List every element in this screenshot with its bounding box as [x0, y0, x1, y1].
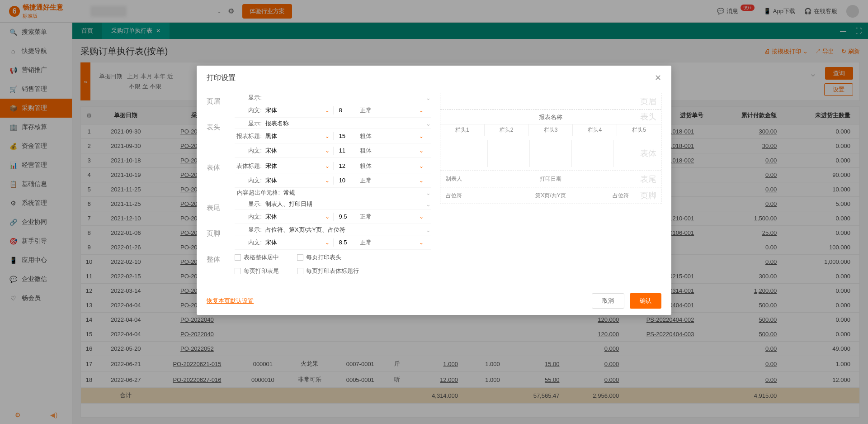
preview-tag-table-header: 表头	[640, 111, 656, 122]
body-font[interactable]: 宋体⌄	[265, 176, 334, 185]
preview-tag-table-body: 表体	[640, 148, 656, 159]
page-footer-font[interactable]: 宋体⌄	[265, 238, 334, 247]
preview-col-header: 栏头1	[440, 124, 485, 136]
preview-col-header: 栏头4	[573, 124, 617, 136]
preview-pager: 第X页/共Y页	[516, 192, 586, 200]
page-header-size[interactable]	[337, 106, 360, 114]
overflow-select[interactable]: 内容超出单元格: 常规⌄	[235, 188, 431, 198]
print-preview: 页眉 报表名称 表头 栏头1栏头2栏头3栏头4栏头5 表体 制表人 打印日期	[440, 93, 661, 279]
body-title-size[interactable]	[337, 162, 360, 170]
preview-col-header: 栏头3	[529, 124, 573, 136]
close-icon[interactable]: ✕	[655, 73, 661, 83]
body-title-weight[interactable]: 粗体⌄	[360, 162, 428, 170]
preview-tag-page-footer: 页脚	[640, 190, 656, 201]
print-settings-modal: 打印设置 ✕ 页眉 显示: ⌄ 内文: 宋体⌄ 正常⌄	[197, 66, 671, 315]
section-table-body: 表体	[207, 159, 226, 198]
preview-placeholder-left: 占位符	[446, 192, 516, 200]
preview-print-date: 打印日期	[516, 175, 586, 183]
table-footer-display[interactable]: 显示: 制表人、打印日期⌄	[235, 199, 431, 210]
table-header-display[interactable]: 显示: 报表名称⌄	[235, 119, 431, 129]
page-header-font[interactable]: 宋体⌄	[265, 106, 334, 114]
page-footer-size[interactable]	[337, 238, 360, 247]
preview-col-header: 栏头2	[485, 124, 529, 136]
table-footer-weight[interactable]: 正常⌄	[360, 213, 428, 221]
section-table-header: 表头	[207, 119, 226, 158]
report-title-font[interactable]: 黑体⌄	[265, 132, 334, 140]
preview-report-name: 报表名称	[440, 113, 661, 121]
page-footer-display[interactable]: 显示: 占位符、第X页/共Y页、占位符⌄	[235, 225, 431, 235]
confirm-button[interactable]: 确认	[630, 293, 661, 309]
page-footer-weight[interactable]: 正常⌄	[360, 238, 428, 247]
report-title-size[interactable]	[337, 132, 360, 140]
checkbox-print-header[interactable]: 每页打印表头	[297, 253, 341, 262]
preview-col-header: 栏头5	[617, 124, 661, 136]
settings-form: 页眉 显示: ⌄ 内文: 宋体⌄ 正常⌄	[207, 93, 431, 279]
body-weight[interactable]: 正常⌄	[360, 176, 428, 185]
section-table-footer: 表尾	[207, 199, 226, 224]
cancel-button[interactable]: 取消	[592, 293, 624, 309]
section-overall: 整体	[207, 251, 226, 278]
table-footer-font[interactable]: 宋体⌄	[265, 213, 334, 221]
table-header-font[interactable]: 宋体⌄	[265, 147, 334, 155]
restore-defaults-link[interactable]: 恢复本页默认设置	[207, 297, 254, 305]
checkbox-print-title-row[interactable]: 每页打印表体标题行	[297, 267, 359, 275]
preview-maker: 制表人	[446, 175, 516, 183]
preview-tag-page-header: 页眉	[640, 96, 656, 107]
report-title-weight[interactable]: 粗体⌄	[360, 132, 428, 140]
section-page-footer: 页脚	[207, 225, 226, 250]
checkbox-center[interactable]: 表格整体居中	[235, 253, 279, 262]
page-header-display[interactable]: 显示: ⌄	[235, 93, 431, 103]
checkbox-print-footer[interactable]: 每页打印表尾	[235, 267, 279, 275]
table-footer-size[interactable]	[337, 212, 360, 221]
section-page-header: 页眉	[207, 93, 226, 118]
table-header-size[interactable]	[337, 146, 360, 155]
preview-tag-table-footer: 表尾	[640, 174, 656, 185]
body-title-font[interactable]: 宋体⌄	[265, 162, 334, 170]
table-header-weight[interactable]: 粗体⌄	[360, 147, 428, 155]
body-size[interactable]	[337, 176, 360, 185]
modal-title: 打印设置	[207, 73, 236, 83]
page-header-weight[interactable]: 正常⌄	[360, 106, 428, 114]
